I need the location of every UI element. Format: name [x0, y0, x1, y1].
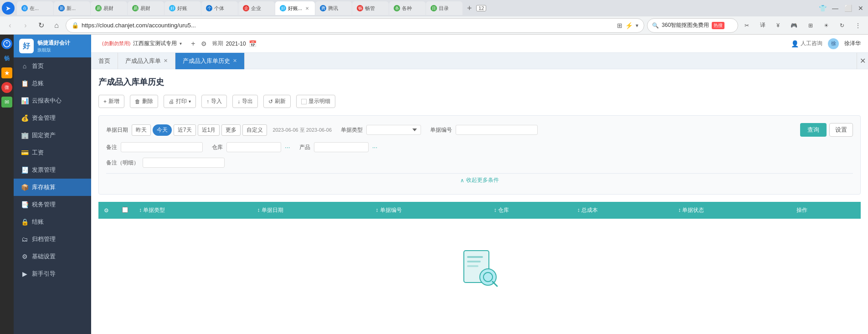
date-today-btn[interactable]: 今天 [153, 124, 172, 136]
sidebar-item-fixed-assets[interactable]: 🏢 固定资产 [14, 127, 91, 144]
home-button[interactable]: ⌂ [50, 19, 63, 32]
tab-product-inbound-history-close[interactable]: ✕ [233, 58, 237, 64]
sidebar-item-archive[interactable]: 🗂 归档管理 [14, 231, 91, 248]
delete-button[interactable]: 🗑 删除 [130, 95, 158, 108]
search-bar[interactable]: 🔍 360智能抠图免费用 热搜 [647, 18, 738, 33]
tab-4[interactable]: 易 易财 [128, 1, 164, 15]
tab-5[interactable]: 好 好账 [164, 1, 201, 15]
tab-1[interactable]: 在 在... [17, 1, 53, 15]
query-button[interactable]: 查询 [800, 123, 827, 137]
sidebar-item-basic-settings[interactable]: ⚙ 基础设置 [14, 248, 91, 265]
dropdown-icon[interactable]: ▾ [636, 22, 638, 29]
sidebar-item-checkout[interactable]: 🔒 结账 [14, 213, 91, 231]
tab-product-inbound-list-close[interactable]: ✕ [164, 58, 168, 64]
date-1month-btn[interactable]: 近1月 [198, 124, 220, 136]
layout-tool[interactable]: ⊞ [805, 21, 817, 31]
import-button[interactable]: ↑ 导入 [201, 95, 227, 108]
settings-button[interactable]: 设置 [829, 123, 853, 137]
shirt-icon[interactable]: 👕 [817, 3, 828, 14]
scissors-tool[interactable]: ✂ [741, 21, 753, 31]
tab-3[interactable]: 易 易财 [91, 1, 127, 15]
th-warehouse[interactable]: ↕ 仓库 [488, 202, 572, 219]
sidebar-item-tax-mgmt[interactable]: 📑 税务管理 [14, 196, 91, 213]
translate-tool[interactable]: 译 [756, 20, 769, 31]
product-input[interactable] [314, 142, 369, 152]
theme-tool[interactable]: ☀ [820, 21, 832, 31]
app-launcher-icon[interactable] [1, 38, 12, 49]
close-window-icon[interactable]: ✕ [855, 3, 866, 14]
sidebar-item-payroll[interactable]: 💳 工资 [14, 144, 91, 161]
th-voucher-type[interactable]: ↕ 单据类型 [134, 202, 252, 219]
sidebar-item-home[interactable]: ⌂ 首页 [14, 57, 91, 75]
mail-sidebar-icon[interactable]: ✉ [1, 97, 12, 108]
th-voucher-number[interactable]: ↕ 单据编号 [370, 202, 488, 219]
history-forward-tool[interactable]: ↻ [836, 21, 848, 31]
minimize-icon[interactable]: — [830, 3, 841, 14]
tab-8[interactable]: 好 好账... ✕ [275, 1, 315, 15]
user-avatar[interactable]: 徐 [828, 38, 839, 49]
new-button[interactable]: + 新增 [98, 95, 124, 108]
tab-12[interactable]: 目 目录 [426, 1, 462, 15]
lightning-icon[interactable]: ⚡ [625, 22, 633, 29]
tab-11[interactable]: 各 各种 [389, 1, 426, 15]
sidebar-item-new-entry[interactable]: ▶ 新手引导 [14, 265, 91, 283]
sidebar-item-invoice-mgmt[interactable]: 🧾 发票管理 [14, 161, 91, 179]
calendar-icon[interactable]: 📅 [249, 40, 257, 47]
weibo-sidebar-icon[interactable]: 微 [1, 82, 12, 93]
th-voucher-date[interactable]: ↕ 单据日期 [252, 202, 370, 219]
tab-7[interactable]: 企 企业 [238, 1, 275, 15]
more-tools[interactable]: ⋮ [852, 21, 864, 31]
sidebar-item-general-ledger[interactable]: 📋 总账 [14, 75, 91, 92]
sidebar-item-fund-mgmt[interactable]: 💰 资金管理 [14, 109, 91, 127]
tab-2[interactable]: 新 新... [54, 1, 90, 15]
voucher-number-input[interactable] [456, 125, 538, 135]
tab-9[interactable]: 腾 腾讯 [315, 1, 352, 15]
filter-collapse-button[interactable]: ∧ 收起更多条件 [106, 173, 853, 187]
restore-icon[interactable]: ⬜ [842, 3, 853, 14]
company-settings-icon[interactable]: ⚙ [201, 40, 207, 47]
detail-note-input[interactable] [143, 158, 225, 168]
tab-page-home[interactable]: 首页 [91, 53, 118, 69]
currency-tool[interactable]: ¥ [773, 21, 783, 31]
date-yesterday-btn[interactable]: 昨天 [132, 124, 151, 136]
date-custom-btn[interactable]: 自定义 [242, 124, 267, 136]
tab-10[interactable]: 畅 畅管 [352, 1, 389, 15]
grid-icon[interactable]: ⊞ [617, 22, 622, 29]
browser-nav-icon[interactable]: ➤ [2, 2, 15, 15]
export-button[interactable]: ↓ 导出 [232, 95, 258, 108]
print-button[interactable]: 🖨 打印 ▾ [164, 95, 196, 108]
forward-button[interactable]: › [19, 19, 32, 32]
chanjet-icon[interactable]: 畅 [1, 53, 12, 64]
date-more-btn[interactable]: 更多 [221, 124, 241, 136]
settings-col-icon[interactable]: ⚙ [104, 207, 109, 214]
star-sidebar-icon[interactable]: ★ [1, 67, 12, 78]
product-dots[interactable]: ··· [372, 144, 378, 151]
new-tab-button[interactable]: + [463, 2, 476, 15]
sidebar-item-inventory[interactable]: 📦 库存核算 [14, 179, 91, 196]
th-checkbox[interactable] [117, 202, 134, 219]
back-button[interactable]: ‹ [4, 19, 16, 32]
select-all-checkbox[interactable] [122, 207, 128, 213]
show-detail-button[interactable]: 显示明细 [296, 95, 335, 108]
th-total-cost[interactable]: ↕ 总成本 [572, 202, 673, 219]
warehouse-dots[interactable]: ··· [285, 144, 290, 151]
tab-product-inbound-history[interactable]: 产成品入库单历史 ✕ [175, 53, 245, 69]
th-settings[interactable]: ⚙ [98, 202, 117, 219]
close-panel-button[interactable]: ✕ [857, 53, 868, 69]
refresh-button[interactable]: ↻ [35, 19, 47, 32]
warehouse-input[interactable] [226, 142, 281, 152]
service-button[interactable]: 👤 人工咨询 [791, 40, 822, 47]
game-tool[interactable]: 🎮 [787, 21, 801, 31]
tab-product-inbound-list[interactable]: 产成品入库单 ✕ [118, 53, 175, 69]
add-company-btn[interactable]: + [191, 40, 195, 48]
url-bar[interactable]: 🔒 https://cloud.chanjet.com/accounting/u… [66, 18, 644, 33]
tab-8-close[interactable]: ✕ [304, 5, 310, 11]
date-7days-btn[interactable]: 近7天 [174, 124, 196, 136]
refresh-btn[interactable]: ↺ 刷新 [263, 95, 291, 108]
note-input[interactable] [121, 142, 203, 152]
sidebar-item-report-center[interactable]: 📊 云报表中心 [14, 92, 91, 109]
th-voucher-status[interactable]: ↕ 单据状态 [673, 202, 791, 219]
tab-6[interactable]: 个 个体 [201, 1, 238, 15]
company-selector[interactable]: (勿删勿禁用) 江西服宝测试专用 ▾ [98, 38, 185, 49]
voucher-type-select[interactable] [366, 125, 421, 135]
